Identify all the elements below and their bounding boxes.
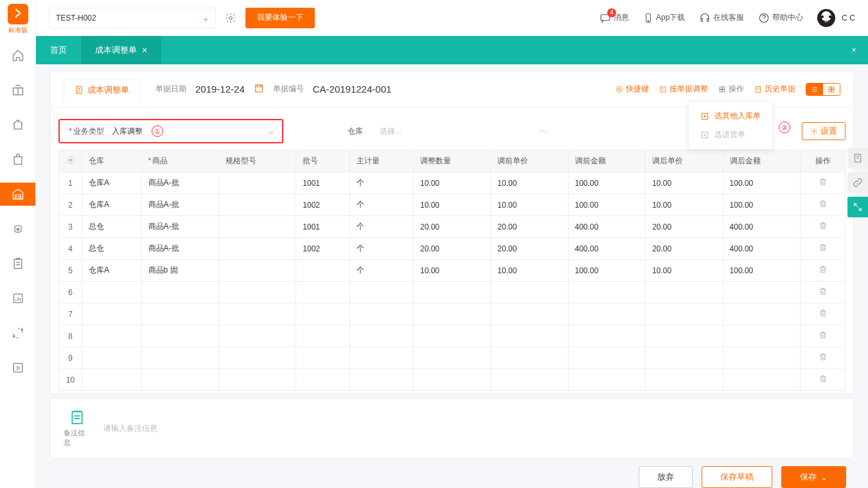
nav-home-icon[interactable] bbox=[0, 44, 35, 67]
remark-input[interactable] bbox=[103, 424, 840, 433]
close-icon[interactable]: × bbox=[142, 45, 147, 55]
trash-icon[interactable] bbox=[819, 179, 828, 188]
shortcut-link[interactable]: 快捷键 bbox=[616, 84, 649, 95]
table-row[interactable]: 11 bbox=[59, 391, 846, 394]
tab-home[interactable]: 首页 bbox=[36, 36, 81, 64]
app-download-link[interactable]: App下载 bbox=[643, 12, 685, 24]
col-unit[interactable]: 主计量 bbox=[350, 150, 413, 172]
notes-icon[interactable] bbox=[847, 148, 868, 168]
trash-icon[interactable] bbox=[819, 311, 828, 320]
doc-date-value[interactable]: 2019-12-24 bbox=[195, 84, 245, 95]
discard-button[interactable]: 放弃 bbox=[639, 466, 693, 488]
more-icon[interactable]: ⋯ bbox=[539, 127, 548, 136]
brand-edition: 标准版 bbox=[8, 26, 28, 35]
trash-icon[interactable] bbox=[819, 223, 828, 232]
svg-rect-19 bbox=[723, 89, 725, 92]
close-all-tabs-icon[interactable]: × bbox=[840, 36, 868, 64]
table-row[interactable]: 10 bbox=[59, 369, 846, 391]
help-center-link[interactable]: 帮助中心 bbox=[758, 12, 803, 24]
business-type-select[interactable]: * 业务类型 入库调整 ① ⌵ bbox=[58, 119, 283, 143]
expand-icon[interactable] bbox=[847, 197, 868, 217]
view-grid-icon[interactable] bbox=[823, 84, 840, 95]
view-list-icon[interactable] bbox=[806, 84, 823, 95]
messages-link[interactable]: 消息 4 bbox=[599, 12, 629, 24]
col-product[interactable]: *商品 bbox=[141, 150, 218, 172]
calendar-icon[interactable] bbox=[254, 83, 264, 95]
user-name: C C bbox=[842, 14, 855, 23]
col-post-amt[interactable]: 调后金额 bbox=[723, 150, 800, 172]
table-row[interactable]: 9 bbox=[59, 347, 846, 369]
table-row[interactable]: 1 仓库A 商品A-批 1001 个 10.00 10.00 100.00 10… bbox=[59, 172, 846, 194]
svg-rect-8 bbox=[646, 14, 651, 22]
trash-icon[interactable] bbox=[819, 289, 828, 298]
svg-rect-22 bbox=[832, 87, 835, 89]
nav-new-icon[interactable]: 新 bbox=[0, 356, 35, 379]
table-row[interactable]: 3 总仓 商品A-批 1001 个 20.00 20.00 400.00 20.… bbox=[59, 216, 846, 238]
trash-icon[interactable] bbox=[819, 376, 828, 385]
nav-house-icon[interactable] bbox=[0, 113, 35, 136]
col-adj-qty[interactable]: 调整数量 bbox=[413, 150, 490, 172]
table-row[interactable]: 7 bbox=[59, 303, 846, 325]
nav-bag-icon[interactable] bbox=[0, 148, 35, 171]
col-op[interactable]: 操作 bbox=[801, 150, 846, 172]
nav-sync-icon[interactable] bbox=[0, 321, 35, 345]
nav-money-icon[interactable] bbox=[0, 217, 35, 240]
col-gear[interactable] bbox=[59, 150, 82, 172]
remark-panel: 备注信息 bbox=[50, 398, 854, 458]
experience-button[interactable]: 我要体验一下 bbox=[245, 8, 315, 28]
table-row[interactable]: 4 总仓 商品A-批 1002 个 20.00 20.00 400.00 20.… bbox=[59, 238, 846, 260]
trash-icon[interactable] bbox=[819, 332, 828, 341]
customer-service-link[interactable]: 在线客服 bbox=[699, 12, 744, 24]
trash-icon[interactable] bbox=[819, 245, 828, 254]
doc-no-label: 单据编号 bbox=[273, 84, 304, 95]
svg-point-14 bbox=[619, 88, 621, 90]
org-select[interactable]: TEST-H002 ⌄ bbox=[49, 8, 216, 28]
doc-no-value: CA-20191224-001 bbox=[313, 84, 392, 95]
table-row[interactable]: 8 bbox=[59, 325, 846, 347]
settings-button[interactable]: 设置 bbox=[802, 122, 846, 140]
svg-point-13 bbox=[617, 86, 623, 92]
operation-link[interactable]: 操作 bbox=[718, 84, 744, 95]
chevron-down-icon: ⌄ bbox=[202, 14, 209, 23]
svg-rect-12 bbox=[255, 85, 262, 92]
col-post-price[interactable]: 调后单价 bbox=[646, 150, 723, 172]
tab-current[interactable]: 成本调整单 × bbox=[81, 36, 161, 64]
table-row[interactable]: 6 bbox=[59, 282, 846, 303]
svg-rect-29 bbox=[72, 411, 82, 423]
svg-rect-23 bbox=[829, 89, 831, 92]
nav-clipboard-icon[interactable] bbox=[0, 252, 35, 275]
svg-point-27 bbox=[813, 131, 815, 132]
adjust-by-doc-link[interactable]: 按单据调整 bbox=[659, 84, 708, 95]
trash-icon[interactable] bbox=[819, 354, 828, 363]
nav-warehouse-icon[interactable] bbox=[0, 183, 35, 206]
nav-gift-icon[interactable] bbox=[0, 78, 35, 102]
svg-rect-24 bbox=[832, 89, 835, 92]
col-warehouse[interactable]: 仓库 bbox=[82, 150, 142, 172]
remark-label: 备注信息 bbox=[64, 428, 91, 447]
trash-icon[interactable] bbox=[819, 201, 828, 210]
col-batch[interactable]: 批号 bbox=[296, 150, 350, 172]
user-menu[interactable]: C C bbox=[817, 9, 855, 27]
doc-date-label: 单据日期 bbox=[155, 84, 186, 95]
link-icon[interactable] bbox=[847, 172, 868, 193]
brand-logo-icon bbox=[8, 4, 28, 24]
col-pre-price[interactable]: 调前单价 bbox=[491, 150, 568, 172]
svg-point-6 bbox=[229, 16, 233, 19]
table-row[interactable]: 2 仓库A 商品A-批 1002 个 10.00 10.00 100.00 10… bbox=[59, 194, 846, 216]
svg-rect-18 bbox=[720, 89, 722, 92]
pane-tab[interactable]: 成本调整单 bbox=[64, 78, 140, 101]
save-button[interactable]: 保存⌄ bbox=[781, 466, 846, 488]
col-spec[interactable]: 规格型号 bbox=[218, 150, 296, 172]
col-pre-amt[interactable]: 调前金额 bbox=[568, 150, 645, 172]
messages-badge: 4 bbox=[607, 8, 616, 17]
select-purchase: 选进货单 bbox=[689, 125, 772, 144]
save-draft-button[interactable]: 保存草稿 bbox=[702, 466, 772, 488]
table-row[interactable]: 5 仓库A 商品b 固 个 10.00 10.00 100.00 10.00 1… bbox=[59, 260, 846, 282]
avatar-icon bbox=[817, 9, 835, 27]
nav-report-icon[interactable] bbox=[0, 287, 35, 310]
select-other-inbound[interactable]: 选其他入库单 bbox=[689, 107, 772, 125]
trash-icon[interactable] bbox=[819, 267, 828, 276]
warehouse-select[interactable]: 仓库 选择... ⋯ bbox=[348, 126, 548, 137]
org-settings-icon[interactable] bbox=[225, 12, 236, 24]
history-link[interactable]: 历史单据 bbox=[754, 84, 795, 95]
